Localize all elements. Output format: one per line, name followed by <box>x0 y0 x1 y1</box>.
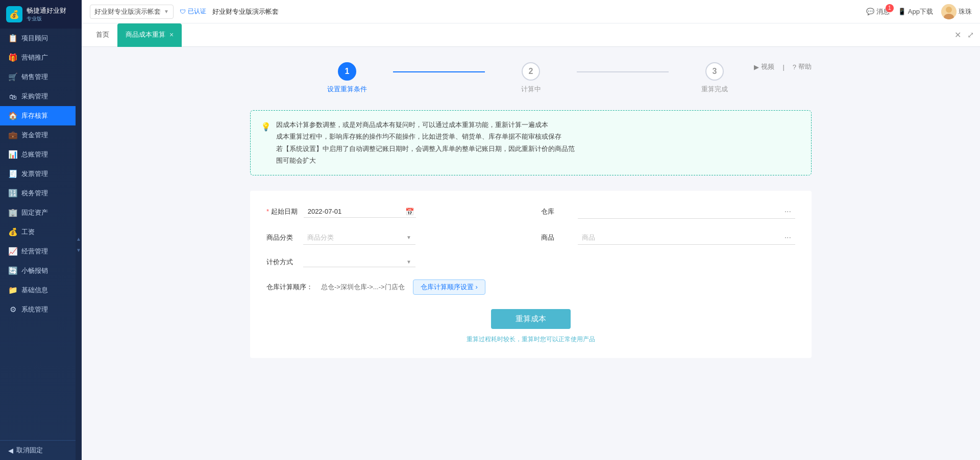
sales-icon: 🛒 <box>8 72 17 82</box>
main-area: 好业财专业版演示帐套 ▼ 🛡 已认证 好业财专业版演示帐套 💬 消息 1 📱 A… <box>82 0 980 460</box>
tab-home[interactable]: 首页 <box>88 23 117 47</box>
help-button[interactable]: ? 帮助 <box>793 62 812 71</box>
tab-recalc[interactable]: 商品成本重算 × <box>117 23 182 47</box>
expense-icon: 🔄 <box>8 266 17 275</box>
account-chevron-icon: ▼ <box>164 9 169 14</box>
steps-bar: 1 设置重算条件 2 计算中 3 <box>301 62 761 94</box>
system-icon: ⚙ <box>8 305 17 314</box>
step-2-label: 计算中 <box>521 85 541 94</box>
topbar: 好业财专业版演示帐套 ▼ 🛡 已认证 好业财专业版演示帐套 💬 消息 1 📱 A… <box>82 0 980 23</box>
svg-point-1 <box>946 7 952 13</box>
calendar-icon[interactable]: 📅 <box>403 208 416 216</box>
tax-icon: 🔢 <box>8 189 17 198</box>
recalc-button[interactable]: 重算成本 <box>491 309 571 329</box>
sidebar-item-invoice[interactable]: 🧾 发票管理 <box>0 164 82 184</box>
warehouse-order-settings-button[interactable]: 仓库计算顺序设置 › <box>413 279 485 295</box>
step-1-label: 设置重算条件 <box>327 85 367 94</box>
logo-icon: 💰 <box>6 6 22 22</box>
pricing-select[interactable]: ▼ <box>303 257 415 267</box>
warehouse-arrow-icon: › <box>476 283 478 291</box>
sidebar-item-system[interactable]: ⚙ 系统管理 <box>0 300 82 319</box>
step-3-label: 重算完成 <box>701 85 728 94</box>
recalc-hint: 重算过程耗时较长，重算时您可以正常使用产品 <box>467 335 595 344</box>
purchase-icon: 🛍 <box>8 92 17 101</box>
logo-edition: 专业版 <box>27 15 66 22</box>
sidebar-item-purchase[interactable]: 🛍 采购管理 <box>0 87 82 106</box>
form-section: 起始日期 📅 仓库 ··· <box>250 191 812 358</box>
warehouse-order-label: 仓库计算顺序： <box>266 283 313 292</box>
account-name: 好业财专业版演示帐套 <box>94 7 161 16</box>
product-select[interactable]: 商品 ··· <box>578 231 795 245</box>
sidebar-item-finance[interactable]: 💼 资金管理 <box>0 125 82 145</box>
step-connector-2 <box>577 71 669 72</box>
step-1: 1 设置重算条件 <box>301 62 393 94</box>
sidebar-logo: 💰 畅捷通好业财 专业版 <box>0 0 82 29</box>
play-icon: ▶ <box>754 63 759 71</box>
product-field: 商品 商品 ··· <box>541 231 795 245</box>
form-row-1: 起始日期 📅 仓库 ··· <box>266 205 795 219</box>
warehouse-select[interactable]: ··· <box>578 205 795 219</box>
info-box-content: 因成本计算参数调整，或是对商品成本有疑问时，可以通过成本重算功能，重新计算一遍成… <box>276 119 575 167</box>
category-select[interactable]: 商品分类 ▼ <box>303 231 415 245</box>
assets-icon: 🏢 <box>8 208 17 217</box>
company-name: 好业财专业版演示帐套 <box>212 7 279 16</box>
sidebar-pin-toggle[interactable]: ◀ 取消固定 <box>0 440 82 460</box>
start-date-label: 起始日期 <box>266 207 298 216</box>
message-icon: 💬 <box>866 8 874 15</box>
account-selector[interactable]: 好业财专业版演示帐套 ▼ <box>90 5 174 19</box>
sidebar-item-inventory[interactable]: 🏠 库存核算 <box>0 106 82 125</box>
tab-expand-button[interactable]: ⤢ <box>967 30 974 40</box>
message-button[interactable]: 💬 消息 1 <box>866 7 890 16</box>
video-help-button[interactable]: ▶ 视频 <box>754 62 774 71</box>
sidebar-item-operation[interactable]: 📈 经营管理 <box>0 242 82 261</box>
step-3-circle: 3 <box>705 62 724 81</box>
sidebar-item-salary[interactable]: 💰 工资 <box>0 222 82 242</box>
form-row-3: 计价方式 ▼ <box>266 257 795 267</box>
pricing-field: 计价方式 ▼ <box>266 257 521 267</box>
tabbar: 首页 商品成本重算 × ✕ ⤢ <box>82 23 980 47</box>
invoice-icon: 🧾 <box>8 169 17 178</box>
message-badge: 1 <box>886 4 894 12</box>
sidebar-item-accounting[interactable]: 📊 总账管理 <box>0 145 82 164</box>
step-2-circle: 2 <box>522 62 540 81</box>
warehouse-order-row: 仓库计算顺序： 总仓->深圳仓库->...->门店仓 仓库计算顺序设置 › <box>266 279 795 295</box>
tab-close-button[interactable]: ✕ <box>954 30 961 40</box>
sidebar: 💰 畅捷通好业财 专业版 ▲▼ 📋 项目顾问 🎁 营销推广 🛒 销售管理 🛍 采… <box>0 0 82 460</box>
user-avatar[interactable]: 珠珠 <box>941 4 972 19</box>
sidebar-item-assets[interactable]: 🏢 固定资产 <box>0 203 82 222</box>
question-icon: ? <box>793 63 796 71</box>
step-3: 3 重算完成 <box>669 62 761 94</box>
operation-icon: 📈 <box>8 247 17 256</box>
info-box: 💡 因成本计算参数调整，或是对商品成本有疑问时，可以通过成本重算功能，重新计算一… <box>250 110 812 175</box>
step-connector-1 <box>393 71 485 72</box>
help-area: ▶ 视频 | ? 帮助 <box>754 62 812 71</box>
product-more-icon[interactable]: ··· <box>785 233 791 242</box>
warehouse-field: 仓库 ··· <box>541 205 795 219</box>
sidebar-item-expense[interactable]: 🔄 小畅报销 <box>0 261 82 280</box>
pricing-label: 计价方式 <box>266 258 297 267</box>
tab-close-icon[interactable]: × <box>169 31 174 38</box>
step-2: 2 计算中 <box>485 62 577 94</box>
warehouse-label: 仓库 <box>541 207 572 216</box>
start-date-input[interactable] <box>304 206 403 217</box>
sidebar-nav: 📋 项目顾问 🎁 营销推广 🛒 销售管理 🛍 采购管理 🏠 库存核算 💼 资金管… <box>0 29 82 440</box>
logo-name: 畅捷通好业财 <box>27 7 66 15</box>
phone-icon: 📱 <box>898 8 906 15</box>
category-field: 商品分类 商品分类 ▼ <box>266 231 521 245</box>
app-download-button[interactable]: 📱 App下载 <box>898 7 933 16</box>
start-date-input-wrapper: 📅 <box>304 206 416 218</box>
recalc-section: 重算成本 重算过程耗时较长，重算时您可以正常使用产品 <box>266 309 795 344</box>
topbar-actions: 💬 消息 1 📱 App下载 珠珠 <box>866 4 972 19</box>
step-1-circle: 1 <box>338 62 356 81</box>
start-date-field: 起始日期 📅 <box>266 206 521 218</box>
content-area: 1 设置重算条件 2 计算中 3 <box>82 47 980 460</box>
sidebar-item-project[interactable]: 📋 项目顾问 <box>0 29 82 48</box>
sidebar-item-sales[interactable]: 🛒 销售管理 <box>0 67 82 87</box>
salary-icon: 💰 <box>8 227 17 237</box>
pricing-chevron-icon: ▼ <box>406 259 411 265</box>
sidebar-item-tax[interactable]: 🔢 税务管理 <box>0 184 82 203</box>
warehouse-more-icon[interactable]: ··· <box>785 207 791 216</box>
tabbar-controls: ✕ ⤢ <box>954 30 974 40</box>
sidebar-item-basic[interactable]: 📁 基础信息 <box>0 280 82 300</box>
sidebar-item-marketing[interactable]: 🎁 营销推广 <box>0 48 82 67</box>
